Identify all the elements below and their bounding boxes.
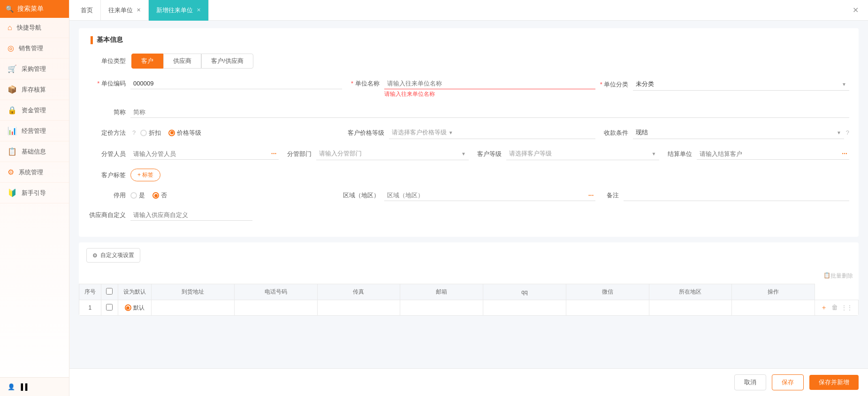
unit-code-input[interactable] [130, 78, 342, 89]
wechat-input[interactable] [654, 304, 727, 311]
customer-price-level-select[interactable]: 请选择客户价格等级 ▼ [389, 126, 596, 139]
unit-name-input[interactable] [384, 78, 596, 89]
sidebar-item-basic-info[interactable]: 📋 基础信息 [0, 141, 69, 162]
sidebar-item-quick-nav[interactable]: ⌂ 快捷导航 [0, 18, 69, 38]
dept-select[interactable]: 请输入分管部门 ▼ [316, 148, 469, 160]
td-contact-cell[interactable] [152, 300, 235, 316]
settlement-unit-group: 结算单位 ··· [659, 148, 850, 160]
settlement-unit-input[interactable] [697, 148, 840, 159]
short-name-group: 简称 [88, 107, 849, 118]
contact-input[interactable] [156, 304, 229, 311]
level-radio-circle [168, 130, 175, 136]
save-button[interactable]: 保存 [772, 374, 804, 390]
customer-level-select[interactable]: 请选择客户等级 ▼ [506, 148, 659, 160]
tab-partners-close[interactable]: ✕ [137, 7, 141, 13]
pricing-discount-radio[interactable]: 折扣 [140, 129, 161, 137]
disabled-radio-group: 是 否 [130, 191, 167, 200]
td-wechat-cell[interactable] [649, 300, 732, 316]
table-header-row: 序号 设为默认 到货地址 电话号码 传真 邮箱 qq 微信 所在地区 操作 [79, 284, 859, 300]
tab-bar-close[interactable]: ✕ [847, 6, 864, 15]
td-address-cell[interactable] [234, 300, 317, 316]
td-action-cell: ＋ 🗑 ⋮⋮ [815, 300, 859, 316]
pricing-help-icon[interactable]: ? [132, 129, 136, 136]
td-qq-cell[interactable] [566, 300, 649, 316]
settlement-dots-btn[interactable]: ··· [840, 150, 849, 157]
unit-category-group: 单位分类 未分类 ▼ [595, 78, 849, 91]
td-fax-cell[interactable] [400, 300, 483, 316]
supplier-custom-input[interactable] [130, 210, 252, 221]
batch-delete-label[interactable]: 批量删除 [830, 272, 853, 280]
region-dots-btn[interactable]: ··· [586, 192, 596, 199]
region-table-input[interactable] [737, 304, 810, 311]
address-input[interactable] [239, 304, 312, 311]
inventory-icon: 📦 [8, 85, 17, 94]
pricing-level-radio[interactable]: 价格等级 [168, 129, 201, 137]
row-delete-button[interactable]: 🗑 [831, 303, 838, 311]
customer-price-level-group: 客户价格等级 请选择客户价格等级 ▼ [342, 126, 596, 139]
tab-partners[interactable]: 往来单位 ✕ [101, 0, 149, 21]
payment-terms-select[interactable]: 现结 ▼ [633, 126, 844, 139]
add-tag-button[interactable]: + 标签 [130, 169, 160, 181]
custom-settings-button[interactable]: ⚙ 自定义项设置 [86, 248, 140, 263]
form-row-supplier-custom: 供应商自定义 [88, 210, 849, 221]
manager-dots-btn[interactable]: ··· [269, 150, 279, 157]
disabled-group: 停用 是 否 [88, 191, 342, 200]
td-email-cell[interactable] [483, 300, 566, 316]
payment-help-icon[interactable]: ? [846, 129, 849, 136]
level-chevron-icon: ▼ [652, 151, 656, 156]
row-add-button[interactable]: ＋ [821, 303, 827, 311]
sidebar-item-finance[interactable]: 🔒 资金管理 [0, 100, 69, 121]
save-new-button[interactable]: 保存并新增 [809, 375, 859, 390]
tab-new-partner[interactable]: 新增往来单位 ✕ [149, 0, 209, 21]
category-chevron-icon: ▼ [842, 82, 846, 87]
form-row-manager: 分管人员 ··· 分管部门 请输入分管部门 ▼ 客户等级 [88, 148, 849, 160]
td-region-cell[interactable] [732, 300, 815, 316]
unit-type-both-btn[interactable]: 客户/供应商 [201, 54, 253, 69]
td-default[interactable] [101, 300, 118, 316]
phone-input[interactable] [322, 304, 396, 311]
region-group: 区域（地区） ··· [342, 190, 596, 201]
short-name-input[interactable] [130, 107, 849, 118]
manager-input[interactable] [130, 148, 269, 159]
unit-type-customer-btn[interactable]: 客户 [131, 54, 163, 69]
sidebar-item-inventory[interactable]: 📦 库存核算 [0, 79, 69, 100]
sidebar-item-purchase[interactable]: 🛒 采购管理 [0, 59, 69, 79]
th-contact: 设为默认 [118, 284, 151, 300]
cancel-button[interactable]: 取消 [734, 374, 766, 390]
sidebar-item-guide[interactable]: 🔰 新手引导 [0, 183, 69, 203]
sidebar-item-sales[interactable]: ◎ 销售管理 [0, 38, 69, 59]
unit-category-select[interactable]: 未分类 ▼ [633, 78, 849, 91]
search-menu-button[interactable]: 🔍 搜索菜单 [0, 0, 69, 18]
supplier-custom-group: 供应商自定义 [88, 210, 252, 221]
tags-section: 客户标签 + 标签 [88, 169, 849, 181]
unit-name-error: 请输入往来单位名称 [384, 90, 435, 98]
dept-group: 分管部门 请输入分管部门 ▼ [279, 148, 469, 160]
td-phone-cell[interactable] [317, 300, 400, 316]
row-checkbox[interactable] [106, 304, 113, 311]
sidebar-item-operations[interactable]: 📊 经营管理 [0, 121, 69, 141]
batch-delete-icon: 📋 [823, 272, 830, 280]
th-qq: qq [483, 284, 566, 300]
sales-icon: ◎ [8, 44, 14, 53]
sidebar-item-system[interactable]: ⚙ 系统管理 [0, 162, 69, 183]
form-row-pricing: 定价方法 ? 折扣 价格等级 客户价格等级 [88, 126, 849, 139]
th-phone: 电话号码 [234, 284, 317, 300]
form-footer: 取消 保存 保存并新增 [69, 368, 868, 396]
remark-input[interactable] [624, 190, 849, 201]
qq-input[interactable] [571, 304, 644, 311]
tab-new-partner-close[interactable]: ✕ [197, 7, 201, 13]
fax-input[interactable] [405, 304, 478, 311]
customer-level-group: 客户等级 请选择客户等级 ▼ [469, 148, 659, 160]
th-seq: 序号 [79, 284, 101, 300]
payment-chevron-icon: ▼ [837, 130, 841, 135]
default-row-radio[interactable] [125, 304, 131, 311]
unit-type-supplier-btn[interactable]: 供应商 [163, 54, 201, 69]
th-address: 到货地址 [152, 284, 235, 300]
td-seq: 1 [79, 300, 101, 316]
disabled-no-radio[interactable]: 否 [152, 191, 167, 200]
disabled-yes-radio[interactable]: 是 [130, 191, 145, 200]
tab-home[interactable]: 首页 [73, 0, 101, 21]
region-input[interactable] [384, 190, 586, 201]
email-input[interactable] [488, 304, 561, 311]
select-all-checkbox[interactable] [106, 288, 113, 295]
